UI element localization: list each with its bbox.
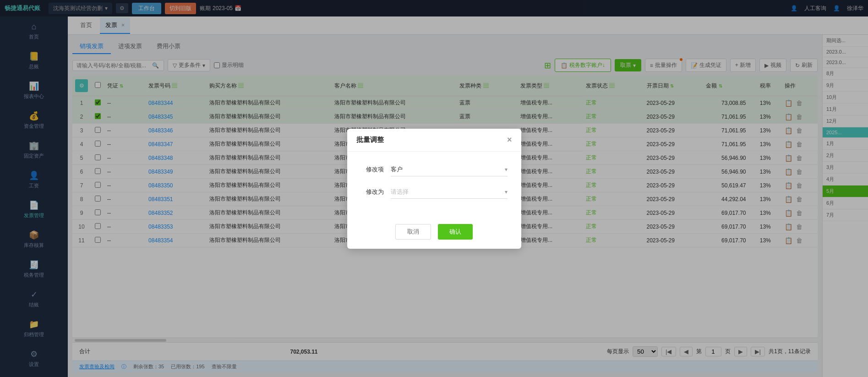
modal-body: 修改项 客户 修改为 请选择 (347, 152, 521, 219)
modal-close-button[interactable]: × (507, 135, 512, 145)
modal-header: 批量调整 × (347, 129, 521, 152)
modify-to-select[interactable]: 请选择 (391, 186, 508, 199)
modify-to-chevron-icon (505, 188, 508, 195)
modal-title: 批量调整 (356, 136, 384, 144)
cancel-button[interactable]: 取消 (395, 224, 431, 240)
modal-row-to: 修改为 请选择 (361, 186, 508, 199)
modify-to-placeholder: 请选择 (391, 188, 409, 196)
modify-item-value: 客户 (391, 165, 403, 174)
modal-row-item: 修改项 客户 (361, 163, 508, 176)
modal-footer: 取消 确认 (347, 219, 521, 249)
modal-overlay: 批量调整 × 修改项 客户 修改为 请选择 取消 确认 (0, 0, 868, 377)
batch-adjust-modal: 批量调整 × 修改项 客户 修改为 请选择 取消 确认 (347, 129, 521, 249)
modify-item-chevron-icon (505, 166, 508, 173)
confirm-button[interactable]: 确认 (438, 224, 473, 240)
modify-item-label: 修改项 (361, 165, 384, 174)
modify-to-label: 修改为 (361, 188, 384, 196)
modify-item-select[interactable]: 客户 (391, 163, 508, 176)
